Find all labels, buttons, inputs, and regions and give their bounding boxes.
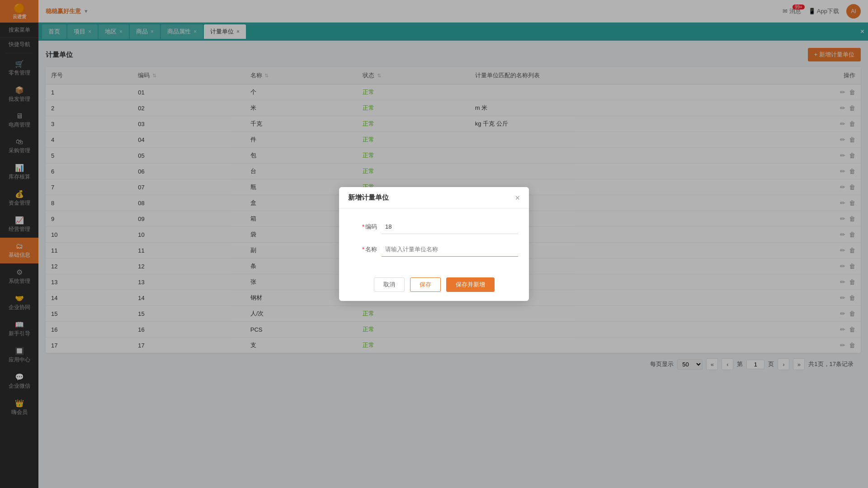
modal-overlay: 新增计量单位 × 编码 名称 取消 保存 保存并新增 <box>0 0 868 488</box>
modal-footer: 取消 保存 保存并新增 <box>339 272 529 301</box>
save-continue-button[interactable]: 保存并新增 <box>446 277 495 292</box>
modal-title: 新增计量单位 <box>348 193 389 202</box>
modal-body: 编码 名称 <box>339 209 529 272</box>
cancel-button[interactable]: 取消 <box>374 277 405 292</box>
name-input[interactable] <box>382 242 518 257</box>
name-label: 名称 <box>350 245 377 253</box>
add-unit-modal: 新增计量单位 × 编码 名称 取消 保存 保存并新增 <box>339 187 529 301</box>
form-item-code: 编码 <box>350 220 518 234</box>
code-label: 编码 <box>350 223 377 231</box>
form-item-name: 名称 <box>350 242 518 257</box>
modal-close-button[interactable]: × <box>515 194 520 202</box>
modal-header: 新增计量单位 × <box>339 187 529 209</box>
code-input[interactable] <box>382 220 518 234</box>
save-button[interactable]: 保存 <box>410 277 441 292</box>
